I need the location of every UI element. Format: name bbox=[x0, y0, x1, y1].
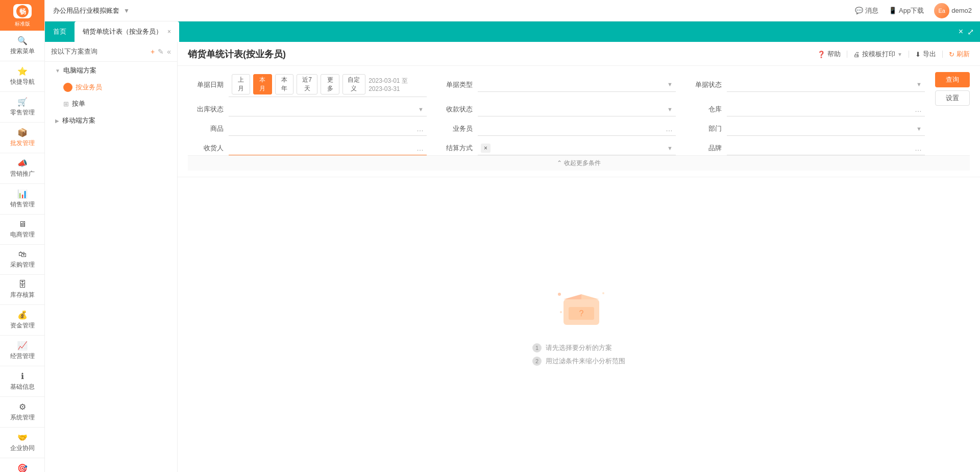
divider-2 bbox=[909, 51, 909, 58]
sidebar-item-newbie[interactable]: 🎯 新手引导 bbox=[0, 458, 44, 472]
date-filter-field[interactable]: 上月 本月 本年 近7天 更多 自定义 2023-03-01 至 2023-03… bbox=[229, 72, 427, 97]
delivery-label: 出库状态 bbox=[188, 105, 229, 114]
sidebar-item-search[interactable]: 🔍 搜索菜单 bbox=[0, 31, 44, 61]
warehouse-dots-icon: … bbox=[915, 105, 922, 113]
sidebar-item-retail[interactable]: 🛒 零售管理 bbox=[0, 92, 44, 123]
setting-button[interactable]: 设置 bbox=[935, 90, 970, 106]
top-header: 办公用品行业模拟账套 ▼ 💬 消息 📱 App下载 Ea demo2 bbox=[45, 0, 980, 21]
sidebar-item-ecommerce[interactable]: 🖥 电商管理 bbox=[0, 215, 44, 245]
search-icon: 🔍 bbox=[17, 36, 28, 45]
receiver-filter-field[interactable]: … bbox=[229, 141, 427, 155]
settle-filter-field[interactable]: × ▼ bbox=[478, 141, 676, 155]
docstatus-label: 单据状态 bbox=[686, 80, 727, 89]
export-button[interactable]: ⬇ 导出 bbox=[915, 50, 936, 59]
svg-text:?: ? bbox=[579, 309, 584, 318]
date-custom-btn[interactable]: 自定义 bbox=[342, 74, 365, 95]
date-current-year-btn[interactable]: 本年 bbox=[275, 74, 293, 95]
brand-label: 品牌 bbox=[686, 144, 727, 153]
tab-active[interactable]: 销货单统计表（按业务员） × bbox=[75, 21, 179, 42]
sidebar-item-enterprise[interactable]: 🤝 企业协同 bbox=[0, 428, 44, 458]
sidebar-item-finance[interactable]: 💰 资金管理 bbox=[0, 305, 44, 336]
export-icon: ⬇ bbox=[915, 51, 921, 58]
receiver-label: 收货人 bbox=[188, 144, 229, 153]
tree-item-mobile[interactable]: ▶ 移动端方案 bbox=[45, 112, 177, 129]
divider-1 bbox=[847, 51, 847, 58]
purchase-icon: 🛍 bbox=[18, 250, 27, 259]
sidebar: 畅 标准版 🔍 搜索菜单 ⭐ 快捷导航 🛒 零售管理 📦 批发管理 📣 营销推广… bbox=[0, 0, 45, 472]
help-button[interactable]: ❓ 帮助 bbox=[817, 50, 841, 59]
sidebar-item-marketing[interactable]: 📣 营销推广 bbox=[0, 153, 44, 184]
download-icon: 📱 bbox=[889, 7, 897, 14]
hint-num-2: 2 bbox=[532, 357, 542, 366]
collapse-panel-icon[interactable]: « bbox=[167, 48, 171, 56]
app-title: 办公用品行业模拟账套 bbox=[53, 6, 119, 15]
message-icon: 💬 bbox=[855, 7, 863, 14]
help-icon: ❓ bbox=[817, 51, 825, 58]
enterprise-icon: 🤝 bbox=[17, 433, 28, 442]
warehouse-filter-field[interactable]: … bbox=[727, 102, 925, 116]
messages-button[interactable]: 💬 消息 bbox=[855, 6, 878, 15]
goods-filter-field[interactable]: … bbox=[229, 122, 427, 136]
app-dropdown-icon[interactable]: ▼ bbox=[124, 7, 130, 14]
salesman-filter-field[interactable]: … bbox=[478, 122, 676, 136]
operations-icon: 📈 bbox=[17, 341, 28, 350]
edit-scheme-icon[interactable]: ✎ bbox=[158, 48, 164, 56]
dept-filter-field[interactable]: ▼ bbox=[727, 122, 925, 136]
sidebar-item-baseinfo-label: 基础信息 bbox=[10, 383, 35, 391]
empty-hint-2: 2 用过滤条件来缩小分析范围 bbox=[532, 357, 625, 366]
date-more-btn[interactable]: 更多 bbox=[321, 74, 339, 95]
tab-close-icon[interactable]: × bbox=[167, 28, 171, 35]
collapse-label: 收起更多条件 bbox=[564, 159, 601, 167]
svg-marker-4 bbox=[564, 294, 581, 299]
refresh-label: 刷新 bbox=[957, 50, 970, 59]
panel-header-text: 按以下方案查询 bbox=[51, 47, 97, 56]
ecommerce-icon: 🖥 bbox=[18, 220, 27, 229]
system-icon: ⚙ bbox=[19, 402, 26, 412]
settle-tag-close[interactable]: × bbox=[484, 145, 487, 152]
content-area: 按以下方案查询 + ✎ « ▼ 电脑端方案 按业务员 ⊞ 按单 bbox=[45, 42, 980, 472]
user-profile[interactable]: Ea demo2 bbox=[934, 3, 972, 18]
app-download-button[interactable]: 📱 App下载 bbox=[889, 6, 924, 15]
hint-text-1: 请先选择要分析的方案 bbox=[546, 343, 612, 352]
filter-row-1: 单据日期 上月 本月 本年 近7天 更多 自定义 2023-03-01 至 20… bbox=[188, 72, 925, 97]
sidebar-item-sales[interactable]: 📊 销售管理 bbox=[0, 184, 44, 215]
sidebar-item-baseinfo[interactable]: ℹ 基础信息 bbox=[0, 366, 44, 397]
refresh-button[interactable]: ↻ 刷新 bbox=[949, 50, 970, 59]
dept-label: 部门 bbox=[686, 124, 727, 133]
sidebar-item-purchase[interactable]: 🛍 采购管理 bbox=[0, 245, 44, 275]
warehouse-label: 仓库 bbox=[686, 105, 727, 114]
sidebar-item-system[interactable]: ⚙ 系统管理 bbox=[0, 397, 44, 428]
sidebar-item-operations[interactable]: 📈 经营管理 bbox=[0, 336, 44, 366]
sidebar-item-inventory[interactable]: 🗄 库存核算 bbox=[0, 275, 44, 305]
svg-text:畅: 畅 bbox=[19, 8, 26, 15]
empty-text: 1 请先选择要分析的方案 2 用过滤条件来缩小分析范围 bbox=[532, 343, 625, 366]
docstatus-filter-field[interactable]: ▼ bbox=[727, 78, 925, 92]
right-content: 销货单统计表(按业务员) ❓ 帮助 🖨 按模板打印 ▼ ⬇ bbox=[178, 42, 980, 472]
tab-actions: × ⤢ bbox=[952, 27, 980, 37]
tree-child-bysalesman[interactable]: 按业务员 bbox=[45, 79, 177, 96]
add-scheme-icon[interactable]: + bbox=[151, 48, 155, 56]
brand-filter-field[interactable]: … bbox=[727, 141, 925, 155]
doctype-filter-field[interactable]: ▼ bbox=[478, 78, 676, 92]
payment-filter-field[interactable]: ▼ bbox=[478, 102, 676, 116]
date-7days-btn[interactable]: 近7天 bbox=[297, 74, 317, 95]
sidebar-item-quicknav[interactable]: ⭐ 快捷导航 bbox=[0, 61, 44, 92]
svg-point-2 bbox=[65, 85, 70, 90]
page-actions: ❓ 帮助 🖨 按模板打印 ▼ ⬇ 导出 bbox=[817, 50, 970, 59]
tree-child-byorder[interactable]: ⊞ 按单 bbox=[45, 96, 177, 112]
tree-item-desktop[interactable]: ▼ 电脑端方案 bbox=[45, 62, 177, 79]
date-prev-month-btn[interactable]: 上月 bbox=[232, 74, 250, 95]
date-current-month-btn[interactable]: 本月 bbox=[253, 74, 272, 95]
logo-label: 标准版 bbox=[15, 20, 30, 27]
action-buttons: 查询 设置 bbox=[935, 72, 970, 106]
collapse-bar[interactable]: ⌃ 收起更多条件 bbox=[188, 155, 970, 171]
window-close-button[interactable]: × bbox=[959, 27, 963, 37]
window-maximize-button[interactable]: ⤢ bbox=[967, 27, 974, 37]
print-button[interactable]: 🖨 按模板打印 ▼ bbox=[853, 50, 902, 59]
filter-area: 单据日期 上月 本月 本年 近7天 更多 自定义 2023-03-01 至 20… bbox=[178, 66, 980, 177]
sidebar-item-wholesale[interactable]: 📦 批发管理 bbox=[0, 123, 44, 153]
delivery-filter-field[interactable]: ▼ bbox=[229, 102, 427, 116]
query-button[interactable]: 查询 bbox=[935, 72, 970, 87]
date-filter-buttons: 上月 本月 本年 近7天 更多 自定义 2023-03-01 至 2023-03… bbox=[232, 74, 424, 95]
tab-home[interactable]: 首页 bbox=[45, 21, 75, 42]
